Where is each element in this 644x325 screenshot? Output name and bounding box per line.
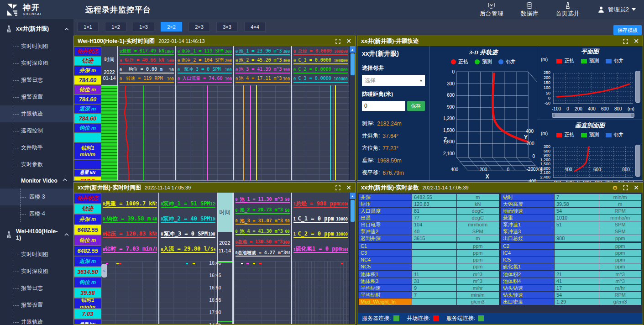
curve-min: 0 (178, 77, 180, 81)
curve-max: 300 (283, 77, 290, 81)
nav-label: 首页选井 (556, 10, 580, 18)
curve-max: 120 (210, 202, 215, 206)
close-icon[interactable]: ✕ (346, 38, 351, 44)
curve-label: 总烃 = 988 ppm (296, 201, 340, 207)
expand-icon[interactable] (623, 185, 628, 190)
sidebar-item[interactable]: 井眼轨迹 (0, 314, 73, 325)
scroll-thumb[interactable] (351, 53, 355, 75)
curve-max: 300 (283, 68, 290, 72)
vertical-slider[interactable] (635, 145, 641, 179)
layout-button-1x2[interactable]: 1×2 (105, 22, 126, 31)
neighbor-select[interactable]: 选择 ▾ (362, 75, 425, 86)
vertical-scrollbar[interactable]: ▲ (349, 193, 355, 324)
curve-row: 0池_1 = 23.90 m^3300 (236, 49, 290, 55)
table-cell-group: 池体积331m^3 (359, 278, 499, 284)
curve-max: 300 (283, 241, 289, 245)
close-icon[interactable]: ✕ (634, 38, 639, 44)
time-date: 202211-14 (218, 232, 232, 261)
distance-input[interactable]: 0 (362, 101, 405, 111)
save-distance-button[interactable]: 保存 (407, 101, 425, 111)
close-icon[interactable]: ✕ (634, 184, 639, 191)
sidebar-item[interactable]: 实时时间图 (0, 38, 73, 55)
close-icon[interactable]: ✕ (346, 184, 351, 191)
curve-label: 泵冲_1 = 51 SPM (163, 201, 210, 207)
param-name: C3 (359, 250, 412, 256)
connection-status-bar: 服务器连接:井场连接:服务端连接: (357, 313, 643, 324)
nav-database[interactable]: 数据库 (521, 2, 539, 18)
param-value (555, 250, 599, 256)
sidebar-item[interactable]: 实时深度图 (0, 55, 73, 72)
sidebar-group[interactable]: Wei-H100(Hole-1) (0, 222, 73, 246)
section-plot (551, 145, 635, 179)
vertical-slider[interactable] (635, 71, 641, 105)
curve-label: C_1 = 0.0000 (298, 58, 331, 63)
sidebar-item[interactable]: 文件助手 (0, 139, 73, 156)
expand-icon[interactable] (335, 185, 340, 190)
sidebar-subitem[interactable]: 四楼-4 (0, 205, 73, 222)
scroll-up-arrow[interactable]: ▲ (350, 46, 356, 52)
curve-track: 0悬重 = 1009.7 kN30000钩位 = 39.58 m400钻压 = … (101, 193, 158, 324)
sidebar-item[interactable]: 报警日志 (0, 72, 73, 89)
param-value: 6482.55 (74, 246, 101, 256)
param-name: 平均钻速 (359, 285, 412, 291)
sidebar-item[interactable]: 报警设置 (0, 89, 73, 105)
collapse-handle[interactable]: < (101, 264, 107, 278)
layout-button-2x2[interactable]: 2×2 (161, 22, 182, 31)
layout-button-4x4[interactable]: 4×4 (244, 22, 266, 31)
sidebar-item[interactable]: 井眼轨迹 (0, 105, 73, 122)
curve-track: 1总烃 = 988 ppm100001C_1 = 0 ppm100001C_2 … (291, 193, 349, 324)
stat-row: 垂深:1968.59m (362, 154, 425, 167)
nav-backend[interactable]: 后台管理 (480, 2, 503, 18)
axis-unit: (m) (628, 106, 634, 111)
scroll-thumb[interactable] (351, 200, 355, 222)
table-cell-group: C1ppm (359, 243, 499, 249)
sidebar-item-monitor-video[interactable]: Monitor Video (0, 173, 73, 189)
curve-row: 0入口流量 = 74.60100 (178, 76, 232, 83)
table-cell-group: 大钩高度39.58m (501, 201, 641, 207)
layout-button-2x3[interactable]: 2×3 (188, 22, 210, 31)
sidebar-item[interactable]: 报警日志 (0, 280, 73, 297)
param-name: 钻压 (359, 201, 412, 207)
save-template-button[interactable]: 保存模板 (613, 25, 642, 35)
tick-label: 250 (544, 71, 550, 75)
legend-label: 邻井 (506, 58, 516, 65)
vertical-scrollbar[interactable]: ▲ (349, 46, 355, 180)
param-unit: ppm (457, 257, 499, 263)
user-menu[interactable]: 管理员2 (597, 5, 636, 14)
stat-label: 垂深: (362, 157, 374, 164)
curve-max: 50 (285, 198, 289, 202)
sidebar-subitem[interactable]: 四楼-3 (0, 189, 73, 205)
sidebar-group-label: Wei-H100(Hole-1) (16, 228, 61, 241)
legend-swatch (556, 133, 562, 137)
param-unit: m^3 (599, 278, 642, 284)
layout-button-1x1[interactable]: 1×1 (77, 22, 99, 31)
data-mark (341, 263, 343, 264)
table-row: NC5ppm硫化氢1ppm (359, 263, 641, 270)
expand-icon[interactable] (335, 39, 340, 44)
track-header: 1总烃 = 988 ppm100001C_1 = 0 ppm100001C_2 … (292, 193, 349, 261)
table-cell-group: 平均钻速9m/hr (359, 285, 499, 291)
sidebar-item[interactable]: 实时参数 (0, 156, 73, 173)
curve-max: 100 (225, 68, 232, 72)
nav-home-well[interactable]: 首页选井 (556, 2, 580, 18)
sidebar-item[interactable]: 实时时间图 (0, 246, 73, 263)
layout-button-1x3[interactable]: 1×3 (133, 22, 154, 31)
derrick-icon (5, 25, 12, 33)
page-title: 远程录井监控平台 (85, 5, 151, 15)
horizontal-scrollbar[interactable] (552, 113, 634, 118)
sidebar-group[interactable]: xx井(新井眼) (0, 19, 73, 38)
layout-button-3x3[interactable]: 3×3 (216, 22, 238, 31)
param-label: 返深 m (74, 257, 101, 266)
sidebar-item[interactable]: 远程控制 (0, 122, 73, 139)
date-day: 01-14 (101, 75, 117, 81)
gear-icon[interactable]: ⚙ (613, 185, 618, 191)
param-unit: ppm (599, 250, 642, 256)
curve-row: 0池_3 = 41.39 m^3300 (236, 67, 290, 73)
expand-icon[interactable] (623, 39, 628, 44)
sidebar-item[interactable]: 报警设置 (0, 297, 73, 314)
curve-min: 0 (236, 230, 238, 234)
param-unit: degC (457, 208, 499, 214)
stat-value: 1968.59m (377, 157, 401, 164)
scroll-up-arrow[interactable]: ▲ (350, 193, 356, 199)
sidebar-item[interactable]: 实时深度图 (0, 263, 73, 280)
